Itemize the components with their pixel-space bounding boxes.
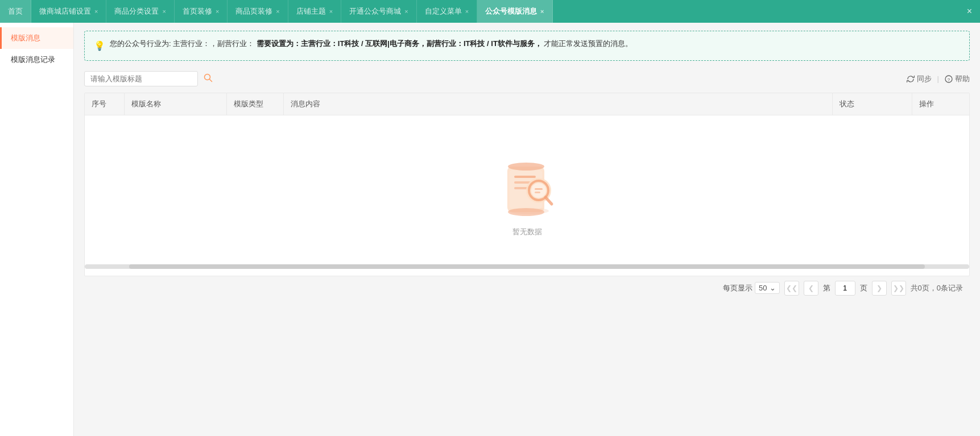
nav-tab-shop-theme[interactable]: 店铺主题 × xyxy=(288,0,341,23)
help-label: 帮助 xyxy=(955,74,970,84)
nav-tab-template-msg-label: 公众号模版消息 xyxy=(485,6,537,16)
last-page-button[interactable]: ❯❯ xyxy=(891,281,906,296)
close-category-settings-icon[interactable]: × xyxy=(162,8,166,15)
page-size-value: 50 xyxy=(759,284,767,292)
svg-rect-17 xyxy=(535,192,540,193)
next-page-button[interactable]: ❯ xyxy=(872,281,887,296)
search-icon xyxy=(204,73,213,82)
empty-illustration xyxy=(490,150,564,218)
main-layout: 模版消息 模版消息记录 💡 您的公众号行业为: 主营行业：，副营行业： 需要设置… xyxy=(0,23,980,436)
table-header: 序号 模版名称 模版类型 消息内容 状态 操作 xyxy=(85,93,969,115)
svg-line-1 xyxy=(210,79,212,81)
close-shop-settings-icon[interactable]: × xyxy=(94,8,98,15)
svg-text:?: ? xyxy=(948,77,950,82)
page-size-select: 每页显示 50 ⌄ xyxy=(723,282,779,294)
page-label: 第 xyxy=(823,283,830,293)
close-open-mall-icon[interactable]: × xyxy=(404,8,408,15)
scrollbar-thumb[interactable] xyxy=(129,264,925,269)
main-content: 💡 您的公众号行业为: 主营行业：，副营行业： 需要设置为：主营行业：IT科技 … xyxy=(74,23,980,436)
sidebar-item-template-record-label: 模版消息记录 xyxy=(11,55,55,64)
sidebar-item-template-msg[interactable]: 模版消息 xyxy=(0,27,73,49)
page-size-label: 每页显示 xyxy=(723,283,752,293)
col-index: 序号 xyxy=(85,93,125,115)
col-name: 模版名称 xyxy=(125,93,227,115)
help-icon: ? xyxy=(945,75,953,83)
page-input[interactable] xyxy=(835,281,855,296)
top-nav: 首页 微商城店铺设置 × 商品分类设置 × 首页装修 × 商品页装修 × 店铺主… xyxy=(0,0,980,23)
nav-tab-category-settings[interactable]: 商品分类设置 × xyxy=(106,0,174,23)
search-left xyxy=(84,71,215,87)
sidebar-item-template-msg-label: 模版消息 xyxy=(11,34,40,42)
sidebar-item-template-record[interactable]: 模版消息记录 xyxy=(0,49,73,70)
sync-label: 同步 xyxy=(917,74,932,84)
divider: | xyxy=(937,74,939,83)
nav-tab-home-decor[interactable]: 首页装修 × xyxy=(175,0,228,23)
nav-tab-shop-settings[interactable]: 微商城店铺设置 × xyxy=(31,0,106,23)
empty-state: 暂无数据 xyxy=(85,115,969,260)
nav-tab-open-mall-label: 开通公众号商城 xyxy=(349,6,401,16)
close-product-decor-icon[interactable]: × xyxy=(276,8,279,15)
nav-tab-category-settings-label: 商品分类设置 xyxy=(114,6,159,16)
nav-tab-shop-settings-label: 微商城店铺设置 xyxy=(39,6,91,16)
nav-tab-product-decor[interactable]: 商品页装修 × xyxy=(228,0,288,23)
nav-tab-home-decor-label: 首页装修 xyxy=(183,6,212,16)
empty-svg xyxy=(490,150,564,218)
nav-tab-custom-menu-label: 自定义菜单 xyxy=(425,6,462,16)
close-home-decor-icon[interactable]: × xyxy=(216,8,219,15)
notice-suffix: 才能正常发送预置的消息。 xyxy=(544,39,632,48)
col-content: 消息内容 xyxy=(284,93,833,115)
scrollbar-area[interactable] xyxy=(85,264,969,269)
svg-line-15 xyxy=(545,197,552,204)
first-page-button[interactable]: ❮❮ xyxy=(784,281,799,296)
search-bar: 同步 | ? 帮助 xyxy=(84,71,970,87)
nav-tab-template-msg[interactable]: 公众号模版消息 × xyxy=(477,0,552,23)
total-info: 共0页，0条记录 xyxy=(911,283,963,293)
page-unit: 页 xyxy=(860,283,867,293)
search-input[interactable] xyxy=(84,71,198,86)
sidebar: 模版消息 模版消息记录 xyxy=(0,23,74,436)
nav-tab-product-decor-label: 商品页装修 xyxy=(235,6,272,16)
search-right: 同步 | ? 帮助 xyxy=(907,74,970,84)
empty-text: 暂无数据 xyxy=(512,227,542,237)
nav-tab-shop-theme-label: 店铺主题 xyxy=(296,6,326,16)
data-table: 序号 模版名称 模版类型 消息内容 状态 操作 xyxy=(84,93,970,276)
close-template-msg-icon[interactable]: × xyxy=(540,8,544,15)
notice-prefix: 您的公众号行业为: 主营行业：，副营行业： xyxy=(110,39,254,48)
pagination: 每页显示 50 ⌄ ❮❮ ❮ 第 页 ❯ ❯❯ 共0页，0条记录 xyxy=(84,276,970,300)
close-custom-menu-icon[interactable]: × xyxy=(465,8,469,15)
notice-icon: 💡 xyxy=(94,39,105,53)
page-size-dropdown[interactable]: 50 ⌄ xyxy=(755,282,779,294)
notice-highlight: 需要设置为：主营行业：IT科技 / 互联网|电子商务，副营行业：IT科技 / I… xyxy=(257,39,542,48)
close-all-button[interactable]: × xyxy=(959,6,980,16)
svg-rect-9 xyxy=(514,176,536,178)
svg-point-8 xyxy=(508,208,544,216)
prev-page-button[interactable]: ❮ xyxy=(804,281,818,296)
svg-point-7 xyxy=(508,163,544,171)
nav-tab-home-label: 首页 xyxy=(8,6,23,16)
sync-button[interactable]: 同步 xyxy=(907,74,932,84)
chevron-down-icon: ⌄ xyxy=(770,284,776,292)
notice-box: 💡 您的公众号行业为: 主营行业：，副营行业： 需要设置为：主营行业：IT科技 … xyxy=(84,31,970,61)
col-status: 状态 xyxy=(833,93,912,115)
close-shop-theme-icon[interactable]: × xyxy=(329,8,333,15)
notice-text: 您的公众号行业为: 主营行业：，副营行业： 需要设置为：主营行业：IT科技 / … xyxy=(110,38,632,50)
nav-tab-open-mall[interactable]: 开通公众号商城 × xyxy=(341,0,416,23)
nav-tab-home[interactable]: 首页 xyxy=(0,0,31,23)
svg-rect-16 xyxy=(535,188,543,190)
svg-point-14 xyxy=(531,183,546,198)
col-action: 操作 xyxy=(912,93,969,115)
help-button[interactable]: ? 帮助 xyxy=(945,74,970,84)
nav-tab-custom-menu[interactable]: 自定义菜单 × xyxy=(417,0,477,23)
col-type: 模版类型 xyxy=(227,93,284,115)
sync-icon xyxy=(907,75,915,83)
search-button[interactable] xyxy=(201,71,215,87)
